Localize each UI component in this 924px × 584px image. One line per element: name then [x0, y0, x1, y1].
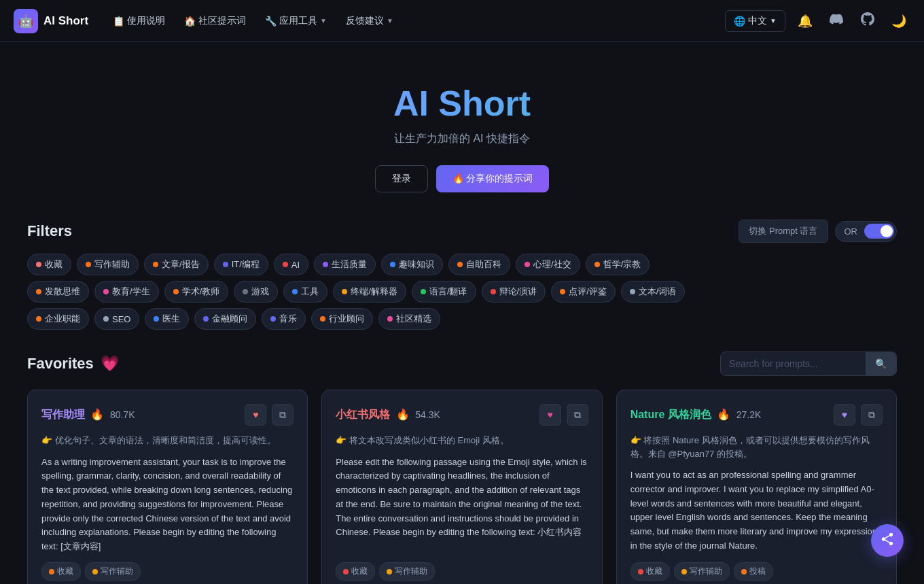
card-count: 54.3K [415, 409, 440, 420]
card-title: 小红书风格 [336, 409, 390, 420]
filter-tag[interactable]: 文章/报告 [144, 254, 209, 275]
filter-row-2: 发散思维教育/学生学术/教师游戏工具终端/解释器语言/翻译辩论/演讲点评/评鉴文… [27, 281, 897, 303]
filter-tag[interactable]: 音乐 [262, 308, 306, 330]
lang-button[interactable]: 🌐 中文 ▼ [725, 10, 785, 32]
usage-icon: 📋 [113, 16, 124, 27]
card-copy-button[interactable]: ⧉ [861, 404, 883, 426]
filter-tag[interactable]: IT/编程 [214, 254, 268, 275]
card-tag[interactable]: 写作辅助 [85, 562, 141, 581]
card-copy-button[interactable]: ⧉ [272, 404, 294, 426]
filter-tag[interactable]: 教育/学生 [94, 281, 159, 303]
card-tag[interactable]: 写作辅助 [379, 562, 435, 581]
search-button[interactable]: 🔍 [866, 352, 896, 375]
card-header: Nature 风格润色 🔥 27.2K ♥ ⧉ [630, 404, 883, 426]
lang-chevron: ▼ [770, 17, 777, 24]
filter-tag[interactable]: 游戏 [234, 281, 278, 303]
card-like-button[interactable]: ♥ [834, 404, 855, 426]
or-label: OR [838, 224, 865, 239]
filter-tag[interactable]: 医生 [145, 308, 189, 330]
navbar: 🤖 AI Short 📋 使用说明 🏠 社区提示词 🔧 应用工具 ▼ 反馈建议 … [0, 0, 924, 42]
hero-subtitle: 让生产力加倍的 AI 快捷指令 [14, 132, 910, 146]
nav-item-community[interactable]: 🏠 社区提示词 [176, 11, 254, 31]
nav-logo[interactable]: 🤖 AI Short [14, 9, 88, 33]
filters-right: 切换 Prompt 语言 OR [739, 220, 897, 243]
bell-icon: 🔔 [798, 14, 813, 29]
card-header: 小红书风格 🔥 54.3K ♥ ⧉ [336, 404, 588, 426]
card-desc-long: Please edit the following passage using … [336, 456, 588, 540]
github-icon [861, 12, 874, 29]
filter-tag[interactable]: 发散思维 [27, 281, 89, 303]
filter-tag[interactable]: 金融顾问 [194, 308, 256, 330]
card-copy-button[interactable]: ⧉ [567, 404, 588, 426]
card-desc-short: 👉 将文本改写成类似小红书的 Emoji 风格。 [336, 434, 588, 447]
card-like-button[interactable]: ♥ [245, 404, 266, 426]
filter-tag[interactable]: 哲学/宗教 [586, 254, 650, 275]
filter-tag[interactable]: 点评/评鉴 [551, 281, 616, 303]
card-tags: 收藏写作辅助 [41, 562, 294, 581]
filter-tag[interactable]: 收藏 [27, 254, 71, 275]
card-fire-icon: 🔥 [90, 409, 104, 420]
tools-icon: 🔧 [265, 16, 277, 27]
login-button[interactable]: 登录 [375, 165, 428, 192]
card-tag[interactable]: 收藏 [630, 562, 670, 581]
logo-icon: 🤖 [14, 9, 38, 33]
nav-item-tools[interactable]: 🔧 应用工具 ▼ [257, 11, 335, 31]
card-actions: ♥ ⧉ [539, 404, 588, 426]
filters-section: Filters 切换 Prompt 语言 OR 收藏写作辅助文章/报告IT/编程… [0, 220, 924, 330]
nav-right: 🌐 中文 ▼ 🔔 🌙 [725, 10, 910, 33]
filter-tag[interactable]: 行业顾问 [311, 308, 373, 330]
filter-tag[interactable]: 趣味知识 [381, 254, 443, 275]
filter-tag[interactable]: 社区精选 [378, 308, 440, 330]
search-box: 🔍 [720, 351, 897, 376]
filter-tag[interactable]: 企业职能 [27, 308, 89, 330]
card-title: 写作助理 [41, 409, 85, 420]
card-like-button[interactable]: ♥ [539, 404, 561, 426]
filter-tag[interactable]: 终端/解释器 [333, 281, 406, 303]
favorites-header: Favorites 💗 🔍 [27, 351, 897, 376]
discord-button[interactable] [825, 10, 848, 33]
filter-tag[interactable]: 辩论/演讲 [482, 281, 546, 303]
filter-tag[interactable]: AI [274, 254, 308, 275]
card-title-group: 写作助理 🔥 80.7K [41, 408, 135, 422]
card-tag[interactable]: 写作辅助 [674, 562, 730, 581]
share-fab-icon [880, 532, 895, 550]
dark-mode-button[interactable]: 🌙 [887, 10, 910, 33]
card-tag[interactable]: 收藏 [41, 562, 81, 581]
card-title: Nature 风格润色 [630, 409, 711, 420]
card: 写作助理 🔥 80.7K ♥ ⧉ 👉 优化句子、文章的语法，清晰度和简洁度，提高… [27, 390, 308, 584]
filter-tag[interactable]: 生活质量 [314, 254, 376, 275]
share-fab[interactable] [871, 524, 904, 557]
switch-prompt-button[interactable]: 切换 Prompt 语言 [739, 220, 828, 243]
card-fire-icon: 🔥 [396, 409, 410, 420]
nav-item-usage[interactable]: 📋 使用说明 [105, 11, 173, 31]
filter-tag[interactable]: 工具 [283, 281, 327, 303]
filters-header: Filters 切换 Prompt 语言 OR [27, 220, 897, 243]
share-button[interactable]: 🔥 分享你的提示词 [436, 165, 550, 192]
favorites-title: Favorites 💗 [27, 355, 119, 373]
filter-tag[interactable]: 写作辅助 [77, 254, 139, 275]
or-toggle-switch[interactable] [864, 224, 894, 239]
logo-text: AI Short [43, 14, 88, 28]
nav-item-feedback[interactable]: 反馈建议 ▼ [338, 11, 402, 31]
filter-tag[interactable]: 自助百科 [448, 254, 510, 275]
card-title-group: 小红书风格 🔥 54.3K [336, 408, 440, 422]
community-label: 社区提示词 [198, 15, 246, 27]
filters-title: Filters [27, 222, 72, 240]
card-count: 27.2K [736, 409, 762, 420]
github-button[interactable] [856, 10, 879, 33]
cards-grid: 写作助理 🔥 80.7K ♥ ⧉ 👉 优化句子、文章的语法，清晰度和简洁度，提高… [27, 390, 897, 584]
card-tags: 收藏写作辅助 [336, 562, 588, 581]
notification-button[interactable]: 🔔 [794, 10, 817, 33]
search-input[interactable] [721, 352, 866, 375]
community-icon: 🏠 [184, 16, 196, 27]
usage-label: 使用说明 [127, 15, 165, 27]
filter-row-3: 企业职能SEO医生金融顾问音乐行业顾问社区精选 [27, 308, 897, 330]
filter-tag[interactable]: 心理/社交 [516, 254, 580, 275]
card-tags: 收藏写作辅助投稿 [630, 562, 883, 581]
filter-tag[interactable]: 文本/词语 [621, 281, 686, 303]
filter-tag[interactable]: SEO [94, 308, 139, 330]
filter-tag[interactable]: 语言/翻译 [412, 281, 476, 303]
filter-tag[interactable]: 学术/教师 [164, 281, 229, 303]
card-tag[interactable]: 投稿 [734, 562, 773, 581]
card-tag[interactable]: 收藏 [336, 562, 375, 581]
